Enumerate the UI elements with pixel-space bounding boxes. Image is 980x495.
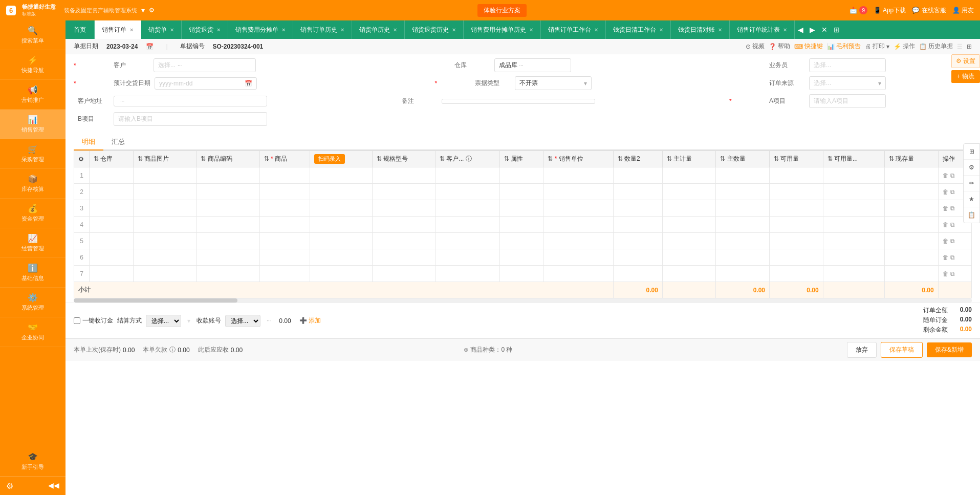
row-5-attribute[interactable] — [499, 233, 543, 249]
row-7-warehouse[interactable] — [90, 266, 134, 282]
sidebar-item-purchase[interactable]: 🛒 采购管理 — [0, 139, 66, 169]
account-select[interactable]: 选择... — [225, 315, 260, 327]
tab-stats-close[interactable]: ✕ — [783, 27, 787, 33]
row-1-product[interactable] — [259, 167, 310, 184]
row-4-unit[interactable] — [543, 217, 613, 233]
row-6-customer[interactable] — [435, 249, 500, 266]
right-icon-2[interactable]: ⚙ — [964, 160, 979, 176]
row-4-scan[interactable] — [310, 217, 372, 233]
row-3-available2[interactable] — [823, 200, 884, 217]
row-7-spec[interactable] — [372, 266, 435, 282]
quick-pay-checkbox[interactable] — [74, 317, 80, 324]
row-4-available2[interactable] — [823, 217, 884, 233]
row-7-code[interactable] — [197, 266, 260, 282]
tab-expense-split[interactable]: 销售费用分摊单 ✕ — [228, 20, 293, 39]
tab-sales-order[interactable]: 销售订单 ✕ — [95, 20, 141, 39]
tab-order-workbench-close[interactable]: ✕ — [594, 27, 598, 33]
sidebar-item-marketing[interactable]: 📢 营销推广 — [0, 80, 66, 110]
solution-button[interactable]: 体验行业方案 — [477, 4, 527, 17]
print-action[interactable]: 🖨 打印 ▾ — [865, 42, 889, 51]
tab-order-history-close[interactable]: ✕ — [340, 27, 344, 33]
help-action[interactable]: ❓ 帮助 — [769, 42, 790, 51]
row-7-customer[interactable] — [435, 266, 500, 282]
view-action[interactable]: ⊙ 视频 — [746, 42, 765, 51]
row-4-code[interactable] — [197, 217, 260, 233]
row-5-delete-icon[interactable]: 🗑 — [943, 238, 949, 245]
row-4-available[interactable] — [770, 217, 823, 233]
tab-detail[interactable]: 明细 — [74, 134, 103, 150]
sidebar-item-collab[interactable]: 🤝 企业协同 — [0, 317, 66, 347]
tab-summary[interactable]: 汇总 — [103, 134, 133, 149]
remark-input[interactable] — [442, 99, 595, 104]
row-6-attribute[interactable] — [499, 249, 543, 266]
row-2-available2[interactable] — [823, 184, 884, 200]
row-1-qty2[interactable] — [613, 167, 662, 184]
sidebar-item-quicknav[interactable]: ⚡ 快捷导航 — [0, 50, 66, 80]
count-icon[interactable]: ⊙ — [464, 346, 469, 353]
col-main-unit-sort[interactable]: ⇅ — [667, 155, 672, 162]
row-7-product[interactable] — [259, 266, 310, 282]
row-1-warehouse[interactable] — [90, 167, 134, 184]
row-6-stock[interactable] — [885, 249, 939, 266]
row-1-available2[interactable] — [823, 167, 884, 184]
row-5-main-qty[interactable] — [716, 233, 770, 249]
row-6-product[interactable] — [259, 249, 310, 266]
add-link[interactable]: ➕ 添加 — [299, 316, 321, 325]
row-2-warehouse[interactable] — [90, 184, 134, 200]
row-3-scan[interactable] — [310, 200, 372, 217]
row-6-code[interactable] — [197, 249, 260, 266]
row-5-warehouse[interactable] — [90, 233, 134, 249]
delivery-date-input[interactable]: yyyy-mm-dd 📅 — [155, 77, 257, 90]
row-2-product[interactable] — [259, 184, 310, 200]
row-7-available[interactable] — [770, 266, 823, 282]
row-3-code[interactable] — [197, 200, 260, 217]
row-4-main-unit[interactable] — [662, 217, 716, 233]
row-4-product[interactable] — [259, 217, 310, 233]
online-support-btn[interactable]: 💬 在线客服 — [912, 6, 946, 15]
tab-return-history-close[interactable]: ✕ — [452, 27, 456, 33]
sidebar-collapse-icon[interactable]: ◀◀ — [48, 481, 59, 491]
row-3-customer[interactable] — [435, 200, 500, 217]
tab-expense-split-close[interactable]: ✕ — [281, 27, 286, 33]
row-5-available[interactable] — [770, 233, 823, 249]
tab-expense-history[interactable]: 销售费用分摊单历史 ✕ — [464, 20, 541, 39]
col-attribute-sort[interactable]: ⇅ — [504, 155, 509, 162]
customer-input[interactable]: 选择... ··· — [154, 58, 256, 72]
col-image-sort[interactable]: ⇅ — [138, 155, 143, 162]
sidebar-item-baseinfo[interactable]: ℹ️ 基础信息 — [0, 258, 66, 288]
row-6-copy-icon[interactable]: ⧉ — [950, 254, 955, 261]
row-6-warehouse[interactable] — [90, 249, 134, 266]
row-6-available[interactable] — [770, 249, 823, 266]
row-4-image[interactable] — [133, 217, 197, 233]
row-1-unit[interactable] — [543, 167, 613, 184]
row-7-copy-icon[interactable]: ⧉ — [950, 270, 955, 277]
message-btn[interactable]: 📩 9 — [850, 6, 867, 14]
tab-expense-history-close[interactable]: ✕ — [529, 27, 533, 33]
row-2-image[interactable] — [133, 184, 197, 200]
row-7-stock[interactable] — [885, 266, 939, 282]
aproject-input[interactable]: 请输入A项目 — [809, 94, 886, 108]
row-1-scan[interactable] — [310, 167, 372, 184]
row-1-delete-icon[interactable]: 🗑 — [943, 172, 949, 179]
row-6-scan[interactable] — [310, 249, 372, 266]
row-2-qty2[interactable] — [613, 184, 662, 200]
row-7-image[interactable] — [133, 266, 197, 282]
operation-action[interactable]: ⚡ 操作 — [894, 42, 915, 51]
row-5-main-unit[interactable] — [662, 233, 716, 249]
row-2-stock[interactable] — [885, 184, 939, 200]
sidebar-item-inventory[interactable]: 📦 库存核算 — [0, 169, 66, 199]
row-6-available2[interactable] — [823, 249, 884, 266]
row-6-spec[interactable] — [372, 249, 435, 266]
tab-invoice-history[interactable]: 销货单历史 ✕ — [352, 20, 405, 39]
bproject-input[interactable]: 请输入B项目 — [114, 112, 267, 126]
row-7-scan[interactable] — [310, 266, 372, 282]
add-logistics-button[interactable]: + 物流 — [951, 70, 980, 83]
col-available2-sort[interactable]: ⇅ — [827, 155, 833, 162]
tab-cash-reconcile-close[interactable]: ✕ — [718, 27, 722, 33]
row-5-unit[interactable] — [543, 233, 613, 249]
app-download-btn[interactable]: 📱 App下载 — [874, 6, 906, 15]
row-6-qty2[interactable] — [613, 249, 662, 266]
right-icon-3[interactable]: ✏ — [964, 176, 979, 191]
profit-action[interactable]: 📊 毛利预告 — [827, 42, 861, 51]
tab-cash-workbench[interactable]: 钱货日清工作台 ✕ — [606, 20, 671, 39]
